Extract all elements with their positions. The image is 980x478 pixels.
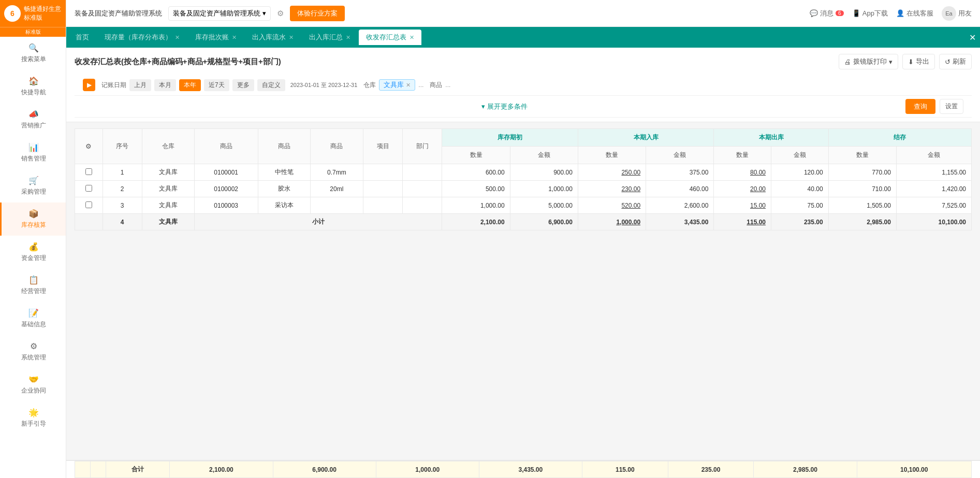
search-icon: 🔍 — [28, 43, 39, 53]
row-in-qty[interactable]: 520.00 — [578, 197, 646, 214]
tab-batch[interactable]: 库存批次账 ✕ — [188, 30, 244, 45]
tab-inventory-close[interactable]: ✕ — [175, 34, 180, 41]
search-button[interactable]: 查询 — [905, 99, 935, 114]
tab-receipt-summary-label: 收发存汇总表 — [366, 33, 406, 42]
date-7days-btn[interactable]: 近7天 — [204, 79, 229, 91]
setting-button[interactable]: 设置 — [940, 99, 963, 114]
row-checkbox[interactable] — [75, 197, 103, 214]
warehouse-more[interactable]: ... — [418, 81, 423, 89]
refresh-button[interactable]: ↺ 刷新 — [939, 54, 972, 69]
logo-icon: 6 — [4, 5, 21, 22]
subtotal-out-amt: 235.00 — [771, 214, 829, 230]
row-warehouse: 文具库 — [142, 197, 194, 214]
page-content: 收发存汇总表(按仓库+商品编码+商品+规格型号+项目+部门) 🖨 拨镜版打印 ▾… — [66, 48, 980, 478]
service-icon: 👤 — [896, 9, 904, 17]
date-last-month-btn[interactable]: 上月 — [129, 79, 151, 91]
warehouse-filter-label: 仓库 — [363, 81, 376, 90]
tab-receipt-summary[interactable]: 收发存汇总表 ✕ — [359, 30, 421, 45]
tab-bar: 首页 现存量（库存分布表） ✕ 库存批次账 ✕ 出入库流水 ✕ 出入库汇总 ✕ … — [66, 27, 980, 48]
sidebar-item-marketing[interactable]: 📣 营销推广 — [0, 103, 66, 136]
tab-batch-close[interactable]: ✕ — [232, 34, 237, 41]
row-in-qty[interactable]: 230.00 — [578, 181, 646, 197]
date-more-btn[interactable]: 更多 — [232, 79, 254, 91]
user-action[interactable]: Ea 用友 — [942, 6, 972, 21]
top-header: 装备及固定资产辅助管理系统 装备及固定资产辅助管理系统 ▾ ⚙ 体验行业方案 💬… — [66, 0, 980, 27]
logo-area: 6 畅捷通好生意 标准版 — [0, 0, 66, 27]
sidebar-item-basic[interactable]: 📝 基础信息 — [0, 302, 66, 335]
tab-batch-label: 库存批次账 — [195, 33, 229, 42]
guide-icon: 🌟 — [28, 408, 39, 417]
tab-inout-summary[interactable]: 出入库汇总 ✕ — [302, 30, 358, 45]
date-this-year-btn[interactable]: 本年 — [179, 79, 201, 91]
total-bal-amt: 10,100.00 — [857, 461, 971, 478]
sidebar-item-operations[interactable]: 📋 经营管理 — [0, 269, 66, 302]
warehouse-tag-remove[interactable]: ✕ — [406, 82, 411, 89]
date-custom-btn[interactable]: 自定义 — [257, 79, 285, 91]
download-icon: 📱 — [852, 9, 860, 17]
row-bal-qty: 1,505.00 — [828, 197, 896, 214]
close-all-tabs[interactable]: ✕ — [967, 31, 978, 45]
row-out-amt: 75.00 — [771, 197, 829, 214]
sidebar: 6 畅捷通好生意 标准版 标准版 🔍 搜索菜单 🏠 快捷导航 📣 营销推广 📊 … — [0, 0, 66, 478]
row-out-qty[interactable]: 20.00 — [714, 181, 771, 197]
sidebar-item-inventory[interactable]: 📦 库存核算 — [0, 202, 66, 236]
sidebar-item-finance[interactable]: 💰 资金管理 — [0, 236, 66, 269]
row-checkbox[interactable] — [75, 164, 103, 181]
subtotal-out-qty[interactable]: 115.00 — [714, 214, 771, 230]
total-no-cell — [91, 461, 106, 478]
try-button[interactable]: 体验行业方案 — [290, 6, 345, 21]
filter-toggle[interactable]: ▶ — [83, 79, 95, 91]
export-button[interactable]: ⬇ 导出 — [902, 54, 935, 69]
goods-more[interactable]: ... — [445, 81, 450, 89]
sidebar-label-system: 系统管理 — [21, 353, 46, 362]
tab-inout-summary-close[interactable]: ✕ — [346, 34, 350, 41]
sidebar-label-search: 搜索菜单 — [21, 55, 46, 64]
th-opening: 库存期初 — [442, 129, 578, 147]
message-label: 消息 — [820, 9, 833, 18]
date-this-month-btn[interactable]: 本月 — [154, 79, 176, 91]
th-goods-spec: 商品 — [310, 129, 363, 164]
row-bal-amt: 7,525.00 — [896, 197, 971, 214]
th-dept: 部门 — [403, 129, 442, 164]
row-bal-qty: 710.00 — [828, 181, 896, 197]
table-row: 1 文具库 0100001 中性笔 0.7mm 600.00 900.00 25… — [75, 164, 972, 181]
print-button[interactable]: 🖨 拨镜版打印 ▾ — [839, 54, 898, 69]
row-out-amt: 120.00 — [771, 164, 829, 181]
row-checkbox[interactable] — [75, 181, 103, 197]
chevron-down-icon: ▾ — [889, 58, 893, 66]
app-download-action[interactable]: 📱 App下载 — [852, 9, 888, 18]
row-opening-qty: 600.00 — [442, 164, 510, 181]
online-service-action[interactable]: 👤 在线客服 — [896, 9, 933, 18]
tab-receipt-summary-close[interactable]: ✕ — [409, 34, 414, 41]
row-project — [363, 197, 402, 214]
th-settings[interactable]: ⚙ — [75, 129, 103, 164]
row-opening-amt: 900.00 — [510, 164, 578, 181]
warehouse-tag: 文具库 ✕ — [379, 79, 415, 91]
sidebar-item-purchase[interactable]: 🛒 采购管理 — [0, 169, 66, 202]
row-in-qty[interactable]: 250.00 — [578, 164, 646, 181]
sidebar-item-system[interactable]: ⚙ 系统管理 — [0, 335, 66, 368]
system-dropdown[interactable]: 装备及固定资产辅助管理系统 ▾ — [168, 6, 271, 21]
expand-filter-btn[interactable]: ▾ 展开更多条件 — [481, 102, 528, 111]
row-out-qty[interactable]: 15.00 — [714, 197, 771, 214]
tab-inout-flow[interactable]: 出入库流水 ✕ — [245, 30, 301, 45]
system-title: 装备及固定资产辅助管理系统 — [75, 9, 162, 18]
message-action[interactable]: 💬 消息 6 — [810, 9, 844, 18]
tab-inventory[interactable]: 现存量（库存分布表） ✕ — [97, 30, 187, 45]
data-table: ⚙ 序号 仓库 商品 商品 商品 项目 部门 库存期初 本期入库 本期出库 结存 — [75, 128, 972, 230]
th-out-amt: 金额 — [771, 147, 829, 164]
tab-home[interactable]: 首页 — [68, 30, 96, 45]
total-table: 合计 2,100.00 6,900.00 1,000.00 3,435.00 1… — [75, 461, 972, 478]
total-in-amt: 3,435.00 — [479, 461, 582, 478]
printer-icon: 🖨 — [844, 58, 851, 66]
gear-icon[interactable]: ⚙ — [277, 9, 284, 18]
sidebar-item-guide[interactable]: 🌟 新手引导 — [0, 401, 66, 434]
row-out-qty[interactable]: 80.00 — [714, 164, 771, 181]
sidebar-item-quicknav[interactable]: 🏠 快捷导航 — [0, 70, 66, 103]
tab-inout-flow-close[interactable]: ✕ — [289, 34, 294, 41]
subtotal-in-qty[interactable]: 1,000.00 — [578, 214, 646, 230]
subtotal-in-amt: 3,435.00 — [646, 214, 714, 230]
sidebar-item-search[interactable]: 🔍 搜索菜单 — [0, 37, 66, 70]
sidebar-item-sales[interactable]: 📊 销售管理 — [0, 136, 66, 169]
sidebar-item-collab[interactable]: 🤝 企业协同 — [0, 368, 66, 401]
